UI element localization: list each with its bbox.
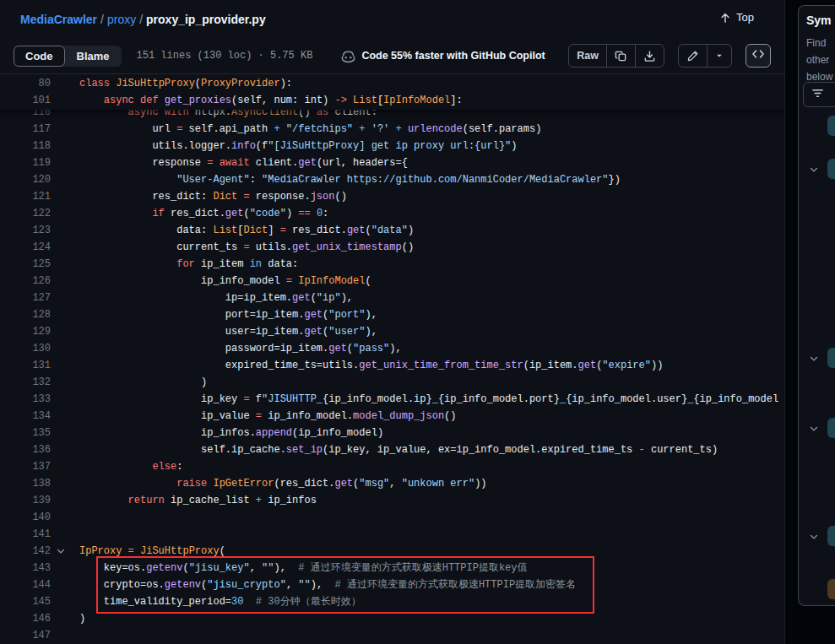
tab-blame[interactable]: Blame	[65, 46, 122, 67]
line-number[interactable]: 140	[0, 509, 51, 526]
code-line: 145 time_validity_period=30 # 30分钟（最长时效）	[0, 593, 784, 610]
edit-dropdown-button[interactable]	[707, 45, 731, 67]
breadcrumb-file-name: proxy_ip_provider.py	[146, 13, 266, 26]
code-text	[51, 509, 784, 526]
code-line: 132 )	[0, 374, 784, 391]
code-text: data: List[Dict] = res_dict.get("data")	[51, 222, 784, 239]
line-number[interactable]: 125	[0, 256, 51, 273]
line-number[interactable]: 120	[0, 171, 51, 188]
code-text: current_ts = utils.get_unix_timestamp()	[51, 239, 784, 256]
line-number[interactable]: 130	[0, 340, 51, 357]
copilot-icon	[341, 49, 355, 63]
chevron-down-icon[interactable]	[809, 352, 819, 367]
symbol-pill[interactable]	[827, 526, 835, 546]
symbol-pill[interactable]	[827, 159, 835, 179]
code-line: 147	[0, 627, 784, 644]
breadcrumb-folder-link[interactable]: proxy	[107, 13, 136, 26]
symbol-pill[interactable]	[827, 579, 835, 599]
code-line: 146)	[0, 610, 784, 627]
line-number[interactable]: 80	[0, 75, 51, 92]
chevron-down-icon[interactable]	[809, 422, 819, 437]
raw-copy-download-group: Raw	[568, 44, 664, 68]
code-text: async def get_proxies(self, num: int) ->…	[51, 92, 784, 109]
file-toolbar: Code Blame 151 lines (130 loc) · 5.75 KB…	[0, 38, 784, 74]
line-number[interactable]: 146	[0, 610, 51, 627]
code-symbols-icon	[751, 47, 765, 64]
code-line: 139 return ip_cache_list + ip_infos	[0, 492, 784, 509]
code-text: ip_value = ip_info_model.model_dump_json…	[51, 408, 784, 425]
code-line: 140	[0, 509, 784, 526]
download-button[interactable]	[635, 45, 664, 67]
line-number[interactable]: 147	[0, 627, 51, 644]
code-text: raise IpGetError(res_dict.get("msg", "un…	[51, 475, 784, 492]
copy-raw-button[interactable]	[606, 45, 635, 67]
code-line: 127 ip=ip_item.get("ip"),	[0, 290, 784, 306]
line-number[interactable]: 139	[0, 492, 51, 509]
sticky-context: 80class JiSuHttpProxy(ProxyProvider):101…	[0, 74, 784, 110]
line-number[interactable]: 131	[0, 357, 51, 374]
code-text: key=os.getenv("jisu_key", ""), # 通过环境变量的…	[51, 560, 784, 576]
symbol-pill[interactable]	[827, 116, 835, 136]
code-line: 128 port=ip_item.get("port"),	[0, 306, 784, 323]
symbols-toggle-button[interactable]	[746, 44, 771, 68]
code-line: 80class JiSuHttpProxy(ProxyProvider):	[0, 75, 784, 92]
code-line: 142IpProxy = JiSuHttpProxy(	[0, 543, 784, 560]
line-number[interactable]: 124	[0, 239, 51, 256]
code-text: return ip_cache_list + ip_infos	[51, 492, 784, 509]
chevron-down-icon[interactable]	[809, 163, 819, 178]
raw-button[interactable]: Raw	[569, 45, 606, 67]
line-number[interactable]: 144	[0, 576, 51, 593]
line-number[interactable]: 129	[0, 323, 51, 340]
code-text: password=ip_item.get("pass"),	[51, 340, 784, 357]
code-text: if res_dict.get("code") == 0:	[51, 205, 784, 222]
line-number[interactable]: 138	[0, 475, 51, 492]
line-number[interactable]: 142	[0, 543, 51, 560]
code-line: 138 raise IpGetError(res_dict.get("msg",…	[0, 475, 784, 492]
code-text: url = self.api_path + "/fetchips" + '?' …	[51, 121, 784, 138]
symbol-pill[interactable]	[827, 418, 835, 438]
line-number[interactable]: 141	[0, 526, 51, 543]
back-to-top-button[interactable]: Top	[713, 7, 761, 28]
line-number[interactable]: 126	[0, 273, 51, 290]
filter-symbols-button[interactable]	[803, 82, 835, 107]
breadcrumb-separator: /	[136, 13, 146, 26]
copilot-banner[interactable]: Code 55% faster with GitHub Copilot	[341, 49, 545, 63]
line-number[interactable]: 127	[0, 290, 51, 306]
code-text: )	[51, 374, 784, 391]
line-number[interactable]: 118	[0, 138, 51, 154]
symbols-panel-description-line: Find	[806, 35, 832, 51]
chevron-down-icon[interactable]	[809, 530, 819, 545]
code-text: self.ip_cache.set_ip(ip_key, ip_value, e…	[51, 441, 784, 458]
line-number[interactable]: 135	[0, 425, 51, 441]
line-number[interactable]: 132	[0, 374, 51, 391]
line-number[interactable]: 145	[0, 593, 51, 610]
line-number[interactable]: 122	[0, 205, 51, 222]
code-text: ip_infos.append(ip_info_model)	[51, 425, 784, 441]
code-text: expired_time_ts=utils.get_unix_time_from…	[51, 357, 784, 374]
tab-code[interactable]: Code	[14, 46, 65, 67]
code-line: 125 for ip_item in data:	[0, 256, 784, 273]
line-number[interactable]: 117	[0, 121, 51, 138]
code-lines: 116 async with httpx.AsyncClient() as cl…	[0, 74, 784, 644]
code-line: 134 ip_value = ip_info_model.model_dump_…	[0, 408, 784, 425]
line-number[interactable]: 123	[0, 222, 51, 239]
file-view: MediaCrawler/proxy/proxy_ip_provider.py …	[0, 0, 785, 644]
symbol-pill[interactable]	[827, 348, 835, 368]
symbols-panel-description-line: other	[806, 51, 832, 68]
line-number[interactable]: 143	[0, 560, 51, 576]
line-number[interactable]: 119	[0, 154, 51, 171]
line-number[interactable]: 121	[0, 188, 51, 205]
code-text: port=ip_item.get("port"),	[51, 306, 784, 323]
line-number[interactable]: 134	[0, 408, 51, 425]
line-number[interactable]: 128	[0, 306, 51, 323]
line-number[interactable]: 133	[0, 391, 51, 408]
line-number[interactable]: 101	[0, 92, 51, 109]
file-info: 151 lines (130 loc) · 5.75 KB	[137, 50, 313, 62]
breadcrumb-repo-link[interactable]: MediaCrawler	[20, 13, 97, 26]
edit-button[interactable]	[679, 45, 707, 67]
line-number[interactable]: 137	[0, 458, 51, 475]
filter-icon	[811, 87, 824, 103]
code-line: 131 expired_time_ts=utils.get_unix_time_…	[0, 357, 784, 374]
line-number[interactable]: 136	[0, 441, 51, 458]
symbols-panel: Sym Findotherbelow	[798, 0, 835, 644]
